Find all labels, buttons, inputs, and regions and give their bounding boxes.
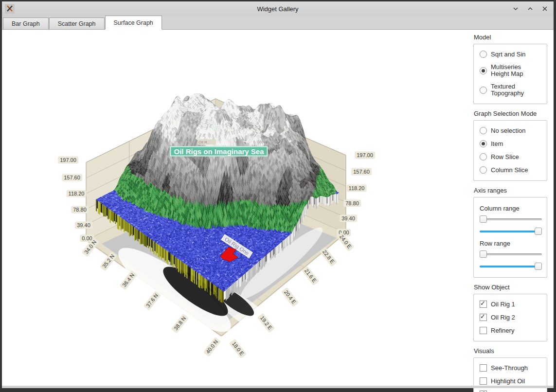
radio-label: Sqrt and Sin: [491, 51, 538, 58]
checkbox-label: Oil Rig 2: [491, 314, 538, 321]
axis-ranges-heading: Axis ranges: [474, 187, 547, 194]
row-range-max-slider[interactable]: [480, 263, 542, 270]
radio-label: No selection: [491, 127, 538, 134]
app-logo-icon: [5, 4, 15, 14]
radio-item[interactable]: Item: [480, 140, 542, 147]
row-range-label: Row range: [480, 240, 542, 247]
visuals-heading: Visuals: [474, 347, 547, 355]
height-tick: 157.60: [62, 174, 82, 181]
chevron-up-icon: [527, 6, 533, 12]
minimize-button[interactable]: [511, 3, 520, 14]
slider-track-filled: [480, 266, 542, 267]
height-tick: 39.40: [340, 215, 357, 222]
radio-icon: [480, 51, 487, 58]
radio-sqrt-and-sin[interactable]: Sqrt and Sin: [480, 51, 542, 58]
slider-track: [480, 218, 542, 220]
checkbox-oil-rig-2[interactable]: Oil Rig 2: [480, 314, 542, 321]
height-tick: 157.60: [351, 168, 372, 176]
radio-row-slice[interactable]: Row Slice: [480, 153, 542, 160]
height-tick: 118.20: [347, 185, 367, 192]
height-tick: 118.20: [67, 190, 87, 197]
radio-icon: [480, 67, 487, 74]
radio-label: Column Slice: [491, 167, 538, 174]
radio-icon: [480, 166, 487, 174]
maximize-button[interactable]: [525, 3, 535, 14]
radio-label: Item: [491, 141, 538, 147]
column-range-max-slider[interactable]: [480, 228, 542, 235]
radio-multiseries-height-map[interactable]: Multiseries Height Map: [480, 64, 542, 77]
checkbox-oil-rig-1[interactable]: Oil Rig 1: [480, 301, 542, 308]
radio-label: Row Slice: [491, 154, 538, 160]
window-title: Widget Gallery: [2, 5, 554, 13]
height-tick: 197.00: [355, 152, 375, 159]
slider-handle[interactable]: [480, 215, 487, 223]
checkbox-icon: [480, 301, 487, 308]
checkbox-label: Oil Rig 1: [491, 301, 538, 308]
surface-chart: 197.00 157.60 118.20 78.80 39.40 0.00 19…: [2, 30, 471, 386]
height-tick: 78.80: [343, 200, 361, 207]
widget-gallery-window: { "window": { "title": "Widget Gallery" …: [0, 0, 556, 392]
checkbox-label: Refinery: [491, 327, 538, 334]
slider-handle[interactable]: [535, 263, 542, 270]
height-tick: 197.00: [58, 157, 78, 164]
checkbox-icon: [480, 314, 487, 321]
slider-track: [480, 253, 542, 255]
radio-no-selection[interactable]: No selection: [480, 127, 542, 134]
selection-mode-group: No selection Item Row Slice Column Slice: [473, 120, 547, 181]
show-object-heading: Show Object: [474, 284, 547, 291]
row-range-min-slider[interactable]: [480, 250, 542, 258]
radio-icon: [480, 153, 487, 160]
tab-scatter-graph[interactable]: Scatter Graph: [49, 18, 105, 29]
axis-ranges-group: Column range Row range: [473, 197, 547, 278]
checkbox-highlight-oil[interactable]: Highlight Oil: [480, 377, 542, 385]
checkbox-icon: [480, 377, 487, 385]
slider-track-filled: [480, 231, 542, 232]
height-tick: 78.80: [71, 206, 89, 214]
radio-column-slice[interactable]: Column Slice: [480, 166, 542, 174]
occluded-rig-label: Oil R: [197, 140, 216, 145]
radio-textured-topography[interactable]: Textured Topography: [480, 83, 542, 97]
selected-item-marker-icon[interactable]: [219, 246, 241, 264]
radio-label: Multiseries Height Map: [491, 64, 538, 77]
radio-icon: [480, 87, 487, 94]
slider-handle[interactable]: [480, 250, 487, 258]
radio-icon: [480, 127, 487, 134]
checkbox-icon: [480, 364, 487, 372]
control-panel: Model Sqrt and Sin Multiseries Height Ma…: [473, 34, 547, 392]
title-bar[interactable]: Widget Gallery: [2, 1, 554, 16]
slider-handle[interactable]: [535, 228, 542, 235]
checkbox-refinery[interactable]: Refinery: [480, 327, 542, 334]
show-object-group: Oil Rig 1 Oil Rig 2 Refinery: [473, 294, 547, 341]
tab-bar-graph[interactable]: Bar Graph: [3, 18, 49, 29]
tab-bar: Bar Graph Scatter Graph Surface Graph: [2, 16, 554, 29]
checkbox-label: See-Through: [491, 365, 538, 372]
surface-graph-page: 197.00 157.60 118.20 78.80 39.40 0.00 19…: [2, 29, 554, 386]
checkbox-see-through[interactable]: See-Through: [480, 364, 542, 372]
close-button[interactable]: [540, 3, 550, 14]
selection-mode-heading: Graph Selection Mode: [474, 110, 547, 117]
model-heading: Model: [474, 34, 547, 41]
column-range-label: Column range: [480, 205, 542, 212]
column-range-min-slider[interactable]: [480, 215, 542, 223]
model-group: Sqrt and Sin Multiseries Height Map Text…: [473, 44, 547, 104]
close-icon: [542, 6, 548, 12]
chevron-down-icon: [513, 6, 519, 12]
tab-surface-graph[interactable]: Surface Graph: [105, 16, 162, 30]
checkbox-label: Highlight Oil: [491, 378, 538, 385]
chart-title-label: Oil Rigs on Imaginary Sea: [170, 146, 268, 157]
checkbox-icon: [480, 327, 487, 334]
radio-label: Textured Topography: [491, 83, 538, 97]
window-bottom-strip: [2, 386, 554, 388]
height-tick: 39.40: [75, 222, 92, 229]
radio-icon: [480, 140, 487, 147]
